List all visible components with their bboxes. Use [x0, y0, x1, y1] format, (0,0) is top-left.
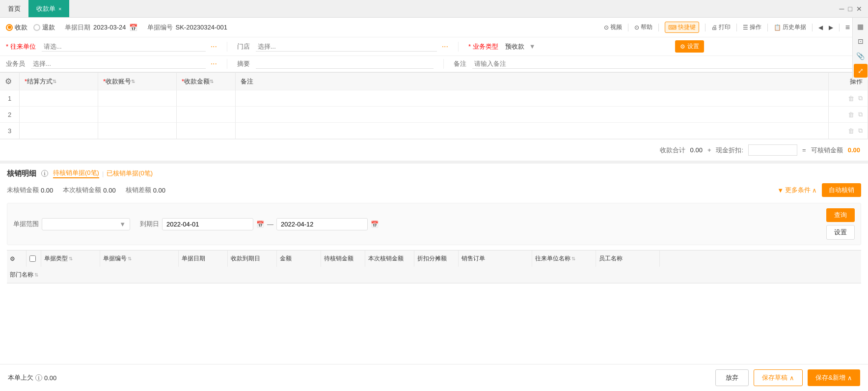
- nav-prev-icon[interactable]: ◀: [818, 24, 823, 31]
- row1-delete-icon[interactable]: 🗑: [848, 95, 854, 102]
- hexiao-tab-done[interactable]: 已核销单据(0笔): [107, 169, 153, 178]
- filter-chevron: ∧: [812, 187, 817, 194]
- query-button[interactable]: 查询: [826, 208, 855, 222]
- abandon-button[interactable]: 放弃: [715, 369, 749, 386]
- hexiao-tab-pending[interactable]: 待核销单据(0笔): [53, 168, 99, 178]
- store-more-icon[interactable]: ···: [442, 42, 448, 51]
- action-video-label: 视频: [610, 23, 622, 31]
- bill-no-field: 单据编号 SK-20230324-001: [147, 23, 228, 32]
- due-date-label: 到期日: [140, 220, 159, 228]
- row1-num: 1: [0, 90, 20, 107]
- store-input[interactable]: [256, 42, 437, 52]
- bth-bill-type: 单据类型 ⇅: [41, 251, 100, 267]
- salesperson-label: 业务员: [6, 59, 25, 68]
- more-filter-btn[interactable]: ▼ 更多条件 ∧: [777, 186, 817, 195]
- th-note-label: 备注: [241, 77, 253, 86]
- row2-settle[interactable]: [20, 107, 98, 123]
- discount-input[interactable]: [748, 144, 797, 156]
- salesperson-input[interactable]: [31, 59, 206, 69]
- date-to-input[interactable]: [276, 218, 368, 230]
- row1-copy-icon[interactable]: ⧉: [858, 94, 863, 102]
- save-new-button[interactable]: 保存&新增 ∧: [808, 369, 860, 386]
- summary-input[interactable]: [256, 59, 434, 69]
- action-print[interactable]: 🖨 打印: [711, 23, 731, 31]
- radio-refund[interactable]: 退款: [33, 23, 55, 32]
- row3-account[interactable]: [98, 123, 177, 139]
- auto-hexiao-btn[interactable]: 自动核销: [822, 183, 861, 197]
- action-operation[interactable]: ☰ 操作: [743, 23, 761, 31]
- date-cal-from[interactable]: 📅: [256, 221, 264, 228]
- maximize-icon[interactable]: □: [848, 5, 852, 13]
- sidebar-attach-icon[interactable]: 📎: [854, 49, 868, 63]
- row3-note[interactable]: [236, 123, 829, 139]
- select-all-checkbox[interactable]: [29, 255, 36, 262]
- row2-delete-icon[interactable]: 🗑: [848, 111, 854, 118]
- sort-bill-no[interactable]: ⇅: [128, 256, 132, 261]
- row2-amount[interactable]: [177, 107, 236, 123]
- row1-note[interactable]: [236, 90, 829, 107]
- sort-settle-icon[interactable]: ⇅: [53, 79, 56, 84]
- row1-action: 🗑 ⧉: [829, 90, 868, 107]
- save-draft-button[interactable]: 保存草稿 ∧: [754, 369, 803, 386]
- bth-checkbox[interactable]: [27, 251, 41, 267]
- filter-setting-button[interactable]: 设置: [826, 225, 855, 240]
- setting-button[interactable]: ⚙ 设置: [675, 40, 704, 53]
- bth-employee-label: 员工名称: [599, 254, 623, 263]
- tab-close-icon[interactable]: ×: [58, 6, 61, 12]
- range-select[interactable]: ▼: [42, 218, 130, 230]
- note-label: 备注: [454, 59, 466, 68]
- row2-note[interactable]: [236, 107, 829, 123]
- row1-amount[interactable]: [177, 90, 236, 107]
- action-history[interactable]: 📋 历史单据: [774, 23, 806, 31]
- close-icon[interactable]: ✕: [856, 5, 862, 13]
- sidebar-contact-icon[interactable]: ⊡: [854, 34, 868, 48]
- nav-next-icon[interactable]: ▶: [829, 24, 833, 31]
- tab-receipt[interactable]: 收款单 ×: [28, 0, 69, 17]
- sort-dept[interactable]: ⇅: [34, 272, 38, 278]
- sidebar-expand-icon[interactable]: ⤢: [854, 64, 868, 78]
- action-video[interactable]: ⊙ 视频: [604, 23, 622, 31]
- minimize-icon[interactable]: ─: [840, 5, 844, 13]
- list-view-icon[interactable]: ≡: [845, 23, 850, 32]
- bth-pending: 待核销金额: [321, 251, 365, 267]
- divider-3: [705, 24, 705, 31]
- row3-copy-icon[interactable]: ⧉: [858, 127, 863, 135]
- date-from-input[interactable]: [162, 218, 253, 230]
- bill-date-calendar-icon[interactable]: 📅: [129, 24, 137, 31]
- auto-hexiao-label: 自动核销: [829, 186, 854, 194]
- bth-current-label: 本次核销金额: [368, 254, 404, 263]
- note-input[interactable]: [472, 59, 862, 69]
- row1-account[interactable]: [98, 90, 177, 107]
- current-value: 0.00: [103, 187, 115, 194]
- counter-party-more-icon[interactable]: ···: [211, 42, 217, 51]
- row3-delete-icon[interactable]: 🗑: [848, 127, 854, 135]
- running-total-info-icon[interactable]: ℹ: [35, 374, 42, 381]
- row3-amount[interactable]: [177, 123, 236, 139]
- form-row-1: * 往来单位 ··· 门店 ··· * 业务类型 预收款 ▼ ⚙ 设置: [0, 37, 868, 56]
- counter-party-input[interactable]: [42, 42, 206, 52]
- store-label: 门店: [237, 42, 250, 51]
- sort-account-icon[interactable]: ⇅: [131, 79, 135, 84]
- sort-bill-type[interactable]: ⇅: [69, 256, 73, 261]
- tab-home[interactable]: 首页: [0, 0, 28, 17]
- plus-sign: +: [707, 146, 711, 154]
- range-select-arrow: ▼: [119, 221, 126, 228]
- business-type-arrow[interactable]: ▼: [529, 43, 536, 50]
- salesperson-more-icon[interactable]: ···: [211, 59, 217, 68]
- row1-settle[interactable]: [20, 90, 98, 107]
- radio-receipt[interactable]: 收款: [6, 23, 27, 32]
- action-help[interactable]: ⊙ 帮助: [634, 23, 652, 31]
- sidebar-table-icon[interactable]: ▦: [854, 20, 868, 33]
- row2-account[interactable]: [98, 107, 177, 123]
- row2-copy-icon[interactable]: ⧉: [858, 111, 863, 118]
- row3-settle[interactable]: [20, 123, 98, 139]
- sort-amount-icon[interactable]: ⇅: [210, 79, 214, 84]
- sort-counter-party[interactable]: ⇅: [571, 256, 575, 261]
- th-settings[interactable]: ⚙: [0, 72, 20, 90]
- data-table-section: ⚙ * 结算方式 ⇅ * 收款账号 ⇅ * 收款金额 ⇅: [0, 72, 868, 139]
- table-row-1: 1 🗑 ⧉: [0, 90, 868, 107]
- date-cal-to[interactable]: 📅: [371, 221, 379, 228]
- bth-settings[interactable]: ⚙: [7, 251, 27, 267]
- hexiao-info-icon[interactable]: ℹ: [41, 170, 48, 177]
- action-shortcut[interactable]: ⌨ 快捷键: [665, 22, 699, 33]
